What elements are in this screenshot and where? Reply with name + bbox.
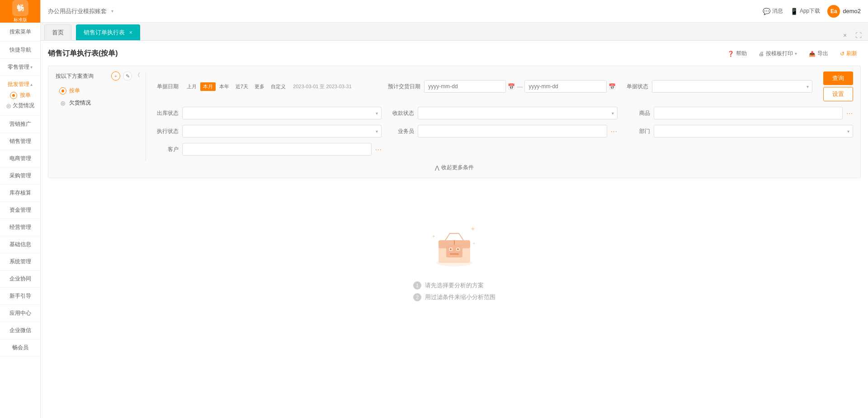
topbar-messages[interactable]: 💬 消息 [763,7,783,15]
help-btn[interactable]: ❓ 帮助 [724,48,750,59]
salesman-more-btn[interactable]: ··· [611,128,618,135]
expected-date-to[interactable] [524,80,606,93]
sidebar-logo[interactable]: 畅 标准版 [0,0,40,23]
exec-select-wrap: ▾ [182,125,382,138]
sidebar-item-enterprise[interactable]: 企业协同 [0,271,40,288]
sidebar-item-marketing[interactable]: 营销推广 [0,116,40,133]
tip-text-1: 请先选择要分析的方案 [425,281,484,290]
sidebar-item-member[interactable]: 畅会员 [0,339,40,356]
goods-input[interactable] [654,107,843,119]
svg-text:✦: ✦ [432,234,435,239]
add-scheme-btn[interactable]: + [111,71,120,81]
empty-state: ✦ ✦ ✦ 1 请先选择要分析的方案 [48,184,861,337]
status-select[interactable] [652,80,812,93]
calendar-icon-2[interactable]: 📅 [609,83,616,90]
collapse-more-conditions[interactable]: ⋀ 收起更多条件 [56,161,853,172]
sidebar-item-finance[interactable]: 资金管理 [0,202,40,219]
template-print-label: 按模板打印 [766,50,793,57]
filter-field-salesman: 业务员 ··· [389,125,617,138]
svg-rect-7 [446,245,462,257]
payment-select[interactable] [418,107,617,119]
date-quick-last-month[interactable]: 上月 [184,82,199,91]
sidebar-sub-order-label: 按单 [20,91,31,99]
page-title: 销售订单执行表(按单) [48,49,118,58]
sidebar-item-appstore[interactable]: 应用中心 [0,305,40,322]
sidebar-sub-debt[interactable]: ◎ 欠货情况 [2,100,38,111]
sidebar-item-system[interactable]: 系统管理 [0,253,40,271]
empty-state-tips: 1 请先选择要分析的方案 2 用过滤条件来缩小分析范围 [413,281,495,301]
goods-more-btn[interactable]: ··· [846,109,853,117]
page-content: 销售订单执行表(按单) ❓ 帮助 🖨 按模板打印 ▾ 📤 导出 [41,41,868,418]
tip-num-2: 2 [413,293,421,301]
salesman-input[interactable] [418,125,607,138]
scheme-item-order-label: 按单 [69,87,80,95]
sidebar-item-newbie-label: 新手引导 [9,293,31,299]
sidebar-search[interactable]: 搜索菜单 [0,23,40,42]
expected-date-label: 预计交货日期 [388,83,420,90]
goods-label: 商品 [625,109,650,117]
status-select-wrap: ▾ [652,80,812,93]
date-quick-btns: 上月 本月 本年 近7天 更多 自定义 [184,82,288,91]
refresh-btn[interactable]: ↺ 刷新 [836,48,861,59]
dept-select[interactable] [654,125,853,138]
sidebar-sub-order[interactable]: 按单 [2,90,38,100]
main-area: 办公用品行业模拟账套 ▾ 💬 消息 📱 App下载 Ea demo2 首页 [41,0,868,418]
topbar-dropdown-icon[interactable]: ▾ [111,9,113,14]
empty-state-icon: ✦ ✦ ✦ [427,220,481,274]
sidebar-item-retail[interactable]: 零售管理 ▾ [0,59,40,76]
date-quick-7days[interactable]: 近7天 [233,82,251,91]
sidebar-item-purchase[interactable]: 采购管理 [0,167,40,185]
sidebar-quick-nav[interactable]: 快捷导航 [0,42,40,59]
settings-button[interactable]: 设置 [823,87,853,101]
sidebar-item-ecommerce[interactable]: 电商管理 [0,150,40,167]
date-quick-this-year[interactable]: 本年 [217,82,232,91]
print-icon: 🖨 [759,51,764,57]
outbound-select[interactable] [182,107,382,119]
export-btn[interactable]: 📤 导出 [805,48,832,59]
sidebar-item-marketing-label: 营销推广 [9,121,31,127]
tab-close-window-btn[interactable]: × [840,30,850,40]
sidebar-item-basic[interactable]: 基础信息 [0,236,40,253]
sidebar-item-wechat[interactable]: 企业微信 [0,322,40,339]
tab-home[interactable]: 首页 [44,24,71,40]
date-quick-this-month[interactable]: 本月 [200,82,216,91]
tab-expand-btn[interactable]: ⛶ [854,30,863,40]
export-label: 导出 [817,50,828,57]
exec-select[interactable] [182,125,382,138]
collapse-label: 收起更多条件 [441,164,474,171]
filter-left-panel: 按以下方案查询 + ✎ 《 按单 ◎ [56,71,146,161]
sidebar-item-wholesale[interactable]: 批发管理 ▴ 按单 ◎ 欠货情况 [0,76,40,116]
page-header: 销售订单执行表(按单) ❓ 帮助 🖨 按模板打印 ▾ 📤 导出 [48,48,861,59]
sidebar-item-newbie[interactable]: 新手引导 [0,288,40,305]
tab-sales-order[interactable]: 销售订单执行表 × [76,24,140,40]
edit-scheme-btn[interactable]: ✎ [123,71,132,81]
customer-more-btn[interactable]: ··· [375,146,382,153]
date-separator: — [517,83,523,90]
scheme-item-order[interactable]: 按单 [56,84,140,97]
export-icon: 📤 [809,51,816,57]
sidebar-item-member-label: 畅会员 [12,344,28,351]
query-button[interactable]: 查询 [823,71,853,85]
topbar-username: demo2 [843,8,861,14]
template-print-btn[interactable]: 🖨 按模板打印 ▾ [755,48,801,59]
topbar-user[interactable]: Ea demo2 [827,5,861,18]
tabs-bar: 首页 销售订单执行表 × × ⛶ [41,23,868,41]
date-quick-custom[interactable]: 自定义 [268,82,288,91]
salesman-label: 业务员 [389,128,414,135]
scheme-item-debt-label: 欠货情况 [69,99,91,107]
scheme-item-debt[interactable]: ◎ 欠货情况 [56,97,140,109]
sidebar-item-inventory[interactable]: 库存核算 [0,185,40,202]
sidebar-item-basic-label: 基础信息 [9,241,31,247]
calendar-icon-1[interactable]: 📅 [508,83,515,90]
filter-scheme-title: 按以下方案查询 [56,72,94,80]
date-quick-more[interactable]: 更多 [252,82,267,91]
expected-date-from[interactable] [424,80,506,93]
sidebar-item-sales[interactable]: 销售管理 [0,133,40,150]
collapse-scheme-btn[interactable]: 《 [135,71,140,81]
sidebar-item-operation[interactable]: 经营管理 [0,219,40,236]
empty-tip-1: 1 请先选择要分析的方案 [413,281,495,290]
tip-num-1: 1 [413,281,421,290]
topbar-app-download[interactable]: 📱 App下载 [790,7,820,15]
customer-input[interactable] [182,143,372,156]
tab-close-icon[interactable]: × [129,29,132,36]
